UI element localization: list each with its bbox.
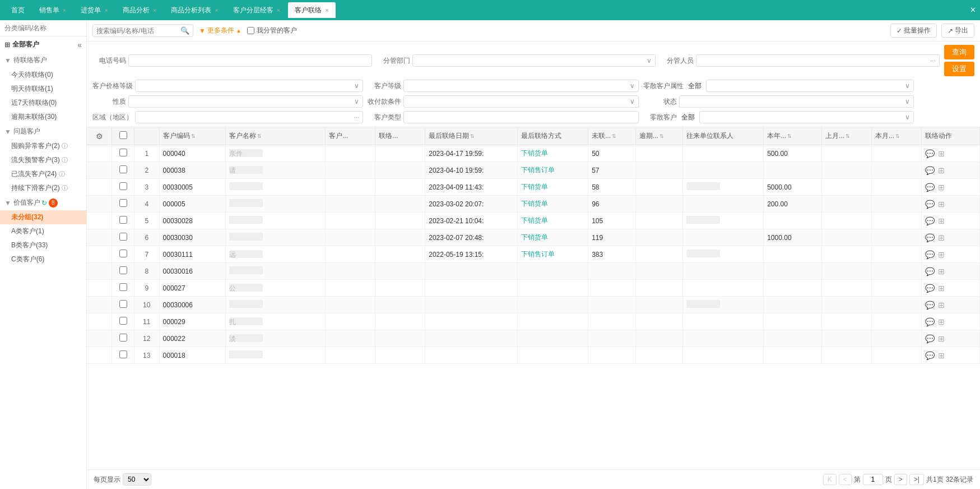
next-page-button[interactable]: > bbox=[894, 474, 907, 485]
row-name[interactable] bbox=[226, 213, 326, 229]
grid-action-icon[interactable]: ⊞ bbox=[938, 233, 945, 242]
row-name[interactable]: 远 bbox=[226, 246, 326, 263]
grid-action-icon[interactable]: ⊞ bbox=[938, 200, 945, 209]
group-pending-contact[interactable]: ▼ 待联络客户 bbox=[0, 53, 86, 68]
row-name[interactable] bbox=[226, 297, 326, 313]
sidebar-item-overdue[interactable]: 逾期未联络(30) bbox=[0, 110, 86, 124]
sidebar-item-abnormal[interactable]: 囤购异常客户(2) ⓘ bbox=[0, 139, 86, 153]
row-check[interactable] bbox=[112, 196, 134, 213]
grid-action-icon[interactable]: ⊞ bbox=[938, 183, 945, 192]
grid-action-icon[interactable]: ⊞ bbox=[938, 166, 945, 175]
tab-purchase[interactable]: 进货单 × bbox=[74, 2, 114, 18]
close-analysis-tab[interactable]: × bbox=[153, 7, 156, 13]
sidebar-item-class-c[interactable]: C类客户(6) bbox=[0, 252, 86, 266]
close-customer-layer-tab[interactable]: × bbox=[277, 7, 280, 13]
row-name[interactable]: 淡 bbox=[226, 330, 326, 347]
nature-select[interactable]: ∨ bbox=[128, 95, 363, 108]
overdue-column-header[interactable]: 逾期... ⇅ bbox=[635, 127, 683, 145]
grid-action-icon[interactable]: ⊞ bbox=[938, 301, 945, 310]
message-icon[interactable]: 💬 bbox=[925, 166, 935, 175]
lastway-column-header[interactable]: 最后联络方式 bbox=[518, 127, 588, 145]
message-icon[interactable]: 💬 bbox=[925, 301, 935, 310]
query-button[interactable]: 查询 bbox=[944, 45, 974, 59]
close-purchase-tab[interactable]: × bbox=[104, 7, 108, 13]
grid-action-icon[interactable]: ⊞ bbox=[938, 284, 945, 293]
grid-action-icon[interactable]: ⊞ bbox=[938, 250, 945, 259]
check-all-checkbox[interactable] bbox=[119, 131, 127, 139]
contact-column-header[interactable]: 联络... bbox=[375, 127, 425, 145]
tab-sales[interactable]: 销售单 × bbox=[32, 2, 73, 18]
row-name[interactable] bbox=[226, 196, 326, 213]
prev-page-button[interactable]: < bbox=[839, 474, 852, 485]
first-page-button[interactable]: K bbox=[823, 474, 837, 485]
filter-search-input[interactable] bbox=[96, 27, 180, 35]
message-icon[interactable]: 💬 bbox=[925, 250, 935, 259]
sidebar-item-ungroup[interactable]: 未分组(32) bbox=[0, 210, 86, 224]
row-lastway[interactable]: 下销货单 bbox=[518, 196, 588, 213]
message-icon[interactable]: 💬 bbox=[925, 351, 935, 360]
sidebar-item-lost[interactable]: 已流失客户(24) ⓘ bbox=[0, 167, 86, 181]
sidebar-item-tomorrow[interactable]: 明天待联络(1) bbox=[0, 82, 86, 96]
group-value-customers[interactable]: ▼ 价值客户 ↻ 8 bbox=[0, 195, 86, 210]
code-column-header[interactable]: 客户编码 ⇅ bbox=[159, 127, 226, 145]
more-conditions-button[interactable]: ▼ 更多条件 ▲ bbox=[199, 26, 241, 35]
grid-action-icon[interactable]: ⊞ bbox=[938, 216, 945, 225]
grid-action-icon[interactable]: ⊞ bbox=[938, 149, 945, 158]
filter-search-icon[interactable]: 🔍 bbox=[180, 26, 189, 35]
message-icon[interactable]: 💬 bbox=[925, 200, 935, 209]
row-lastway[interactable]: 下销货单 bbox=[518, 145, 588, 162]
reset-button[interactable]: 设置 bbox=[944, 62, 974, 76]
row-lastway[interactable]: 下销售订单 bbox=[518, 162, 588, 179]
thisyear-column-header[interactable]: 本年... ⇅ bbox=[764, 127, 822, 145]
gear-icon[interactable]: ⚙ bbox=[96, 132, 103, 141]
row-check[interactable] bbox=[112, 229, 134, 246]
row-lastway[interactable]: 下销货单 bbox=[518, 213, 588, 229]
group-problem-customers[interactable]: ▼ 问题客户 bbox=[0, 124, 86, 139]
page-number-input[interactable] bbox=[863, 474, 883, 485]
check-all-column[interactable] bbox=[112, 127, 134, 145]
row-lastway[interactable]: 下销售订单 bbox=[518, 246, 588, 263]
settings-column-header[interactable]: ⚙ bbox=[87, 127, 112, 145]
row-check[interactable] bbox=[112, 145, 134, 162]
row-check[interactable] bbox=[112, 213, 134, 229]
type-column-header[interactable]: 客户... bbox=[326, 127, 375, 145]
message-icon[interactable]: 💬 bbox=[925, 334, 935, 343]
sidebar-item-7days[interactable]: 近7天待联络(0) bbox=[0, 96, 86, 110]
row-check[interactable] bbox=[112, 179, 134, 196]
sidebar-item-class-a[interactable]: A类客户(1) bbox=[0, 224, 86, 238]
row-name[interactable]: 请 bbox=[226, 162, 326, 179]
message-icon[interactable]: 💬 bbox=[925, 284, 935, 293]
close-sales-tab[interactable]: × bbox=[63, 7, 66, 13]
region-select[interactable]: ··· bbox=[135, 111, 363, 123]
lastmonth-column-header[interactable]: 上月... ⇅ bbox=[822, 127, 872, 145]
row-check[interactable] bbox=[112, 330, 134, 347]
message-icon[interactable]: 💬 bbox=[925, 267, 935, 276]
refresh-icon[interactable]: ↻ bbox=[41, 199, 47, 207]
row-name[interactable]: 公 bbox=[226, 280, 326, 297]
tab-customer-layer[interactable]: 客户分层经客 × bbox=[226, 2, 287, 18]
name-column-header[interactable]: 客户名称 ⇅ bbox=[226, 127, 326, 145]
scatter-attr-select[interactable]: ∨ bbox=[706, 80, 914, 92]
notcontact-column-header[interactable]: 未联... ⇅ bbox=[588, 127, 636, 145]
close-analysis-list-tab[interactable]: × bbox=[215, 7, 218, 13]
row-name[interactable]: 扎 bbox=[226, 313, 326, 330]
customer-type-input[interactable] bbox=[403, 111, 638, 123]
tab-customer-contact[interactable]: 客户联络 × bbox=[288, 2, 335, 18]
dept-select[interactable]: ∨ bbox=[412, 54, 656, 67]
message-icon[interactable]: 💬 bbox=[925, 233, 935, 242]
tab-analysis-list[interactable]: 商品分析列表 × bbox=[164, 2, 225, 18]
row-name[interactable] bbox=[226, 347, 326, 364]
sidebar-item-warning[interactable]: 流失预警客户(3) ⓘ bbox=[0, 153, 86, 167]
close-window-button[interactable]: × bbox=[970, 5, 976, 15]
message-icon[interactable]: 💬 bbox=[925, 183, 935, 192]
batch-operation-button[interactable]: ✓ 批量操作 bbox=[890, 24, 937, 38]
row-check[interactable] bbox=[112, 263, 134, 280]
row-lastway[interactable]: 下销货单 bbox=[518, 179, 588, 196]
sidebar-search-input[interactable] bbox=[4, 24, 87, 32]
grid-action-icon[interactable]: ⊞ bbox=[938, 267, 945, 276]
row-check[interactable] bbox=[112, 347, 134, 364]
my-customers-checkbox[interactable] bbox=[247, 27, 254, 34]
close-customer-contact-tab[interactable]: × bbox=[325, 7, 328, 13]
row-check[interactable] bbox=[112, 162, 134, 179]
message-icon[interactable]: 💬 bbox=[925, 149, 935, 158]
